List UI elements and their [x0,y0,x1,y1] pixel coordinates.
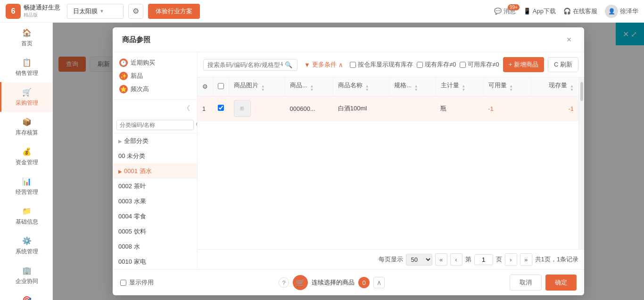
row-name-cell: 白酒100ml [333,96,389,121]
collapse-panel-button[interactable]: 《 [182,104,191,113]
table-toolbar: 🔍 ▼ 更多条件 ∧ 按仓库显示现有库存 [198,52,584,77]
sidebar-item-guide[interactable]: 🎯 新手引导 [0,290,52,300]
category-item-0008[interactable]: 0008 水 [113,239,197,254]
online-service-button[interactable]: 🎧 在线客服 [563,7,597,16]
cart-count: 0 [358,277,370,288]
row-checkbox[interactable] [218,105,224,111]
next-page-button[interactable]: › [505,253,517,266]
category-item-all[interactable]: ▶ 全部分类 [113,133,197,149]
col-name-sort[interactable]: 商品名称 ▲▼ [338,82,369,89]
category-item-0003[interactable]: 0003 水果 [113,194,197,209]
table-panel: 🔍 ▼ 更多条件 ∧ 按仓库显示现有库存 [198,52,584,269]
product-table: ⚙ 商品图片 ▲▼ 商品... ▲▼ [198,77,578,121]
search-icon[interactable]: 🔍 [285,61,292,68]
quick-filter-new[interactable]: ✨ 新品 [116,69,193,83]
show-disabled-label[interactable]: 显示停用 [120,278,154,287]
enterprise-icon: 🏢 [22,265,32,275]
branch-name: 日太阳膜 [73,7,98,16]
logo-area: 6 畅捷通好生意 精品版 [6,4,62,19]
sidebar-item-enterprise[interactable]: 🏢 企业协同 [0,260,52,290]
category-item-00[interactable]: 00 未分类 [113,149,197,164]
available-stock-checkbox[interactable] [460,62,466,68]
category-item-0001[interactable]: ▶ 0001 酒水 [113,164,197,179]
top-navbar: 6 畅捷通好生意 精品版 日太阳膜 ▼ ⚙ 体验行业方案 💬 消息 99+ 📱 … [0,0,644,23]
row-checkbox-cell[interactable] [213,96,229,121]
warehouse-stock-checkbox[interactable] [350,62,356,68]
logo-text: 畅捷通好生意 [24,4,60,12]
try-industry-button[interactable]: 体验行业方案 [148,4,200,19]
category-item-0010[interactable]: 0010 家电 [113,254,197,269]
search-box: 🔍 [203,59,297,71]
col-available-sort[interactable]: 可用量 ▲▼ [488,82,513,89]
branch-selector[interactable]: 日太阳膜 ▼ [67,4,124,19]
modal-title: 商品参照 [122,35,150,44]
sidebar-item-purchase[interactable]: 🛒 采购管理 [0,82,52,112]
category-list: ▶ 全部分类 00 未分类 ▶ 0001 酒水 0002 茶 [113,133,197,269]
row-index: 1 [198,96,213,121]
category-label-0002: 0002 茶叶 [118,182,146,191]
col-image-sort[interactable]: 商品图片 ▲▼ [234,82,265,89]
logo-icon: 6 [6,4,21,19]
table-row[interactable]: 1 图 000600... [198,96,578,121]
category-label-0008: 0008 水 [118,242,140,251]
quick-filter-recent[interactable]: 🕐 近期购买 [116,56,193,69]
footer-actions: 取消 确定 [510,275,577,291]
confirm-button[interactable]: 确定 [545,275,577,291]
category-label-0001: 0001 酒水 [124,167,152,175]
col-spec-sort[interactable]: 规格... ▲▼ [394,82,418,89]
modal-body: 🕐 近期购买 ✨ 新品 ⭐ 频次高 [113,52,584,269]
select-all-checkbox[interactable] [218,83,224,89]
available-stock-filter[interactable]: 可用库存≠0 [460,60,499,69]
product-search-input[interactable] [207,61,283,68]
last-page-button[interactable]: » [520,253,532,266]
messages-button[interactable]: 💬 消息 99+ [494,7,516,16]
app-download-button[interactable]: 📱 App下载 [523,7,556,16]
modal-close-button[interactable]: × [563,34,575,45]
settings-button[interactable]: ⚙ [128,4,143,19]
first-page-button[interactable]: « [435,253,447,266]
category-item-0005[interactable]: 0005 饮料 [113,224,197,239]
category-search-input[interactable] [116,120,194,130]
help-icon[interactable]: ? [279,277,289,288]
col-stock-sort[interactable]: 现存量 ▲▼ [549,82,574,89]
collapse-cart-button[interactable]: ∧ [373,277,385,288]
sidebar-item-home[interactable]: 🏠 首页 [0,23,52,52]
row-image-cell: 图 [229,96,285,121]
add-product-button[interactable]: + 新增商品 [503,57,544,72]
page-input[interactable] [474,254,493,265]
nonzero-stock-filter[interactable]: 现有库存≠0 [417,60,456,69]
all-arrow: ▶ [118,139,122,144]
more-filters-button[interactable]: ▼ 更多条件 ∧ [301,58,346,71]
home-icon: 🏠 [22,27,32,38]
cart-icon[interactable]: 🛒 [293,275,308,290]
main-layout: 🏠 首页 📋 销售管理 🛒 采购管理 📦 库存核算 💰 资金管理 📊 经营管理 … [0,23,644,300]
col-unit-sort[interactable]: 主计量 ▲▼ [441,82,466,89]
col-settings[interactable]: ⚙ [198,77,213,96]
table-scrollbar[interactable] [578,77,584,249]
sidebar-item-operation[interactable]: 📊 经营管理 [0,171,52,201]
nonzero-stock-checkbox[interactable] [417,62,423,68]
user-profile[interactable]: 👤 徐泽华 [605,5,638,18]
sidebar-item-system[interactable]: ⚙️ 系统管理 [0,231,52,260]
row-spec-cell [389,96,436,121]
refresh-button[interactable]: C 刷新 [548,57,578,72]
message-icon: 💬 [494,8,502,15]
quick-filter-frequent[interactable]: ⭐ 频次高 [116,83,193,96]
online-service-label: 在线客服 [573,7,597,16]
sidebar-item-capital[interactable]: 💰 资金管理 [0,142,52,171]
scrollbar-thumb[interactable] [580,82,583,101]
prev-page-button[interactable]: ‹ [450,253,462,266]
sidebar-item-basic[interactable]: 📁 基础信息 [0,201,52,231]
per-page-select[interactable]: 50 100 200 [406,254,432,266]
sidebar-item-stock[interactable]: 📦 库存核算 [0,112,52,142]
col-checkbox[interactable] [213,77,229,96]
cancel-button[interactable]: 取消 [510,275,542,291]
sidebar-item-sales[interactable]: 📋 销售管理 [0,52,52,82]
show-disabled-checkbox[interactable] [120,280,126,286]
purchase-icon: 🛒 [22,87,32,97]
category-item-0002[interactable]: 0002 茶叶 [113,179,197,194]
warehouse-stock-filter[interactable]: 按仓库显示现有库存 [350,60,413,69]
category-item-0004[interactable]: 0004 零食 [113,209,197,224]
cart-label: 连续选择的商品 [312,278,355,287]
col-code-sort[interactable]: 商品... ▲▼ [290,82,314,89]
